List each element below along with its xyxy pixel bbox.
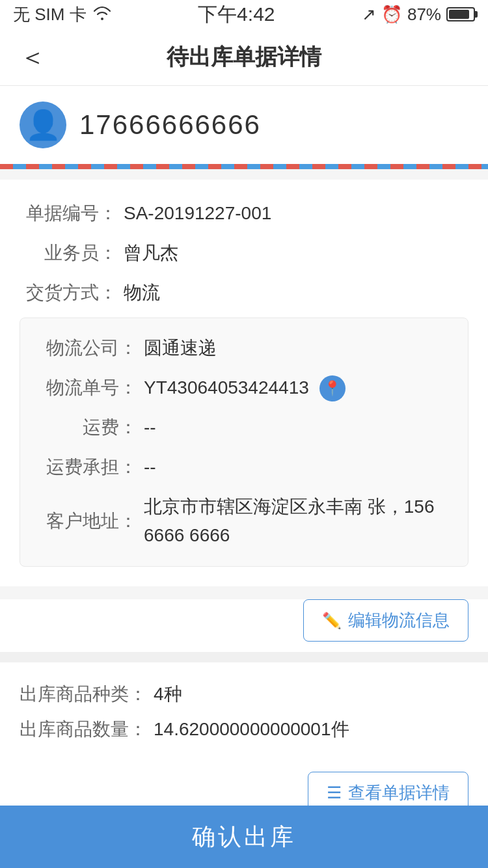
logistics-tracking-label: 物流单号： xyxy=(40,373,144,403)
goods-quantity-value: 14.620000000000001件 xyxy=(154,717,349,742)
delivery-label: 交货方式： xyxy=(20,278,124,308)
freight-bear-row: 运费承担： -- xyxy=(40,453,448,482)
edit-logistics-label: 编辑物流信息 xyxy=(348,609,450,632)
battery-icon xyxy=(446,7,475,21)
address-value: 北京市市辖区海淀区永丰南 张，156 6666 6666 xyxy=(144,493,448,551)
carrier-text: 无 SIM 卡 xyxy=(13,3,87,26)
status-left: 无 SIM 卡 xyxy=(13,3,111,26)
doc-no-label: 单据编号： xyxy=(20,199,124,228)
logistics-tracking-row: 物流单号： YT43064053424413 📍 xyxy=(40,373,448,403)
list-icon: ☰ xyxy=(327,783,342,803)
doc-no-value: SA-20191227-001 xyxy=(124,199,468,228)
goods-category-row: 出库商品种类： 4种 xyxy=(20,682,468,707)
customer-header: 👤 17666666666 xyxy=(0,86,488,164)
salesman-value: 曾凡杰 xyxy=(124,239,468,268)
goods-quantity-row: 出库商品数量： 14.620000000000001件 xyxy=(20,717,468,742)
edit-icon: ✏️ xyxy=(322,612,342,630)
delivery-row: 交货方式： 物流 xyxy=(20,278,468,308)
logistics-company-label: 物流公司： xyxy=(40,334,144,363)
status-right: ↗ ⏰ 87% xyxy=(362,5,475,25)
address-row: 客户地址： 北京市市辖区海淀区永丰南 张，156 6666 6666 xyxy=(40,493,448,551)
salesman-label: 业务员： xyxy=(20,239,124,268)
edit-logistics-button[interactable]: ✏️ 编辑物流信息 xyxy=(303,599,468,642)
goods-section: 出库商品种类： 4种 出库商品数量： 14.620000000000001件 xyxy=(0,662,488,761)
person-icon: 👤 xyxy=(25,108,61,142)
basic-info-section: 单据编号： SA-20191227-001 业务员： 曾凡杰 交货方式： 物流 … xyxy=(0,180,488,586)
freight-bear-value: -- xyxy=(144,453,448,482)
goods-category-label: 出库商品种类： xyxy=(20,682,154,707)
status-bar: 无 SIM 卡 下午4:42 ↗ ⏰ 87% xyxy=(0,0,488,29)
freight-value: -- xyxy=(144,413,448,442)
freight-row: 运费： -- xyxy=(40,413,448,442)
customer-phone: 17666666666 xyxy=(79,109,261,141)
track-location-button[interactable]: 📍 xyxy=(319,375,346,401)
time-display: 下午4:42 xyxy=(198,1,275,28)
back-button[interactable]: ＜ xyxy=(20,39,46,75)
page-title: 待出库单据详情 xyxy=(167,42,321,72)
goods-quantity-label: 出库商品数量： xyxy=(20,717,154,742)
salesman-row: 业务员： 曾凡杰 xyxy=(20,239,468,268)
dashed-divider xyxy=(0,164,488,169)
freight-label: 运费： xyxy=(40,413,144,442)
logistics-tracking-value: YT43064053424413 📍 xyxy=(144,373,448,403)
view-detail-label: 查看单据详情 xyxy=(348,781,450,804)
battery-percent: 87% xyxy=(407,5,441,25)
delivery-value: 物流 xyxy=(124,278,468,308)
location-status-icon: ↗ xyxy=(362,5,376,25)
confirm-outbound-button[interactable]: 确认出库 xyxy=(0,806,488,868)
goods-category-value: 4种 xyxy=(154,682,182,707)
map-pin-icon: 📍 xyxy=(323,377,341,400)
confirm-btn-label: 确认出库 xyxy=(192,821,296,853)
avatar: 👤 xyxy=(20,102,66,148)
address-label: 客户地址： xyxy=(40,507,144,536)
logistics-company-value: 圆通速递 xyxy=(144,334,448,363)
edit-logistics-row: ✏️ 编辑物流信息 xyxy=(0,599,488,652)
wifi-icon xyxy=(93,5,111,25)
nav-bar: ＜ 待出库单据详情 xyxy=(0,29,488,86)
logistics-card: 物流公司： 圆通速递 物流单号： YT43064053424413 📍 运费： … xyxy=(20,318,468,567)
alarm-icon: ⏰ xyxy=(381,5,402,25)
freight-bear-label: 运费承担： xyxy=(40,453,144,482)
section-divider xyxy=(0,652,488,662)
doc-no-row: 单据编号： SA-20191227-001 xyxy=(20,199,468,228)
logistics-company-row: 物流公司： 圆通速递 xyxy=(40,334,448,363)
tracking-number: YT43064053424413 xyxy=(144,373,309,403)
